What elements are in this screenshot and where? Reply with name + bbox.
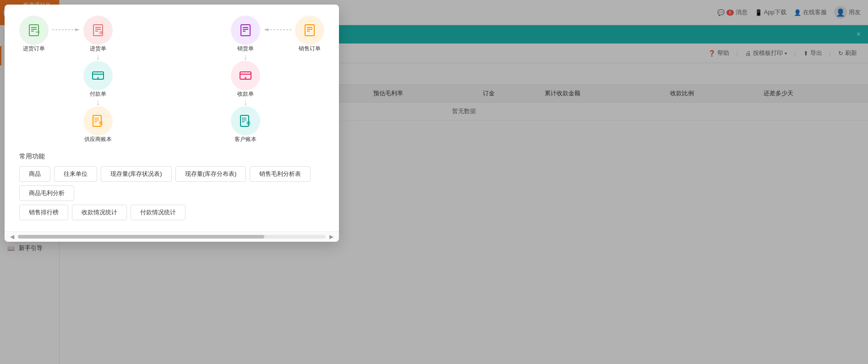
popup-scrollbar: ◀ ▶ bbox=[60, 231, 339, 242]
payment-circle[interactable]: ¥ bbox=[83, 61, 113, 90]
func-btn-receipt-stat[interactable]: 收款情况统计 bbox=[72, 205, 127, 220]
receipt-circle[interactable]: ¥ bbox=[231, 61, 260, 90]
svg-text:¥: ¥ bbox=[245, 76, 247, 80]
sale-bill-label: 销货单 bbox=[237, 45, 254, 53]
func-btn-stock-dist[interactable]: 现存量(库存分布表) bbox=[175, 166, 246, 182]
func-btn-sale-rank[interactable]: 销售排行榜 bbox=[60, 205, 68, 220]
supplier-account-circle[interactable]: 账 bbox=[83, 106, 113, 136]
flow-payment: ¥ 付款单 bbox=[83, 61, 113, 98]
func-btn-partner[interactable]: 往来单位 bbox=[60, 166, 97, 182]
scrollbar-thumb bbox=[60, 235, 264, 239]
flow-purchase-bill: 入 进货单 bbox=[83, 43, 113, 53]
payment-label: 付款单 bbox=[90, 90, 106, 98]
flow-sale-bill: 销货单 bbox=[231, 43, 260, 53]
func-btn-stock-status[interactable]: 现存量(库存状况表) bbox=[101, 166, 172, 182]
content-main: ❓ 帮助 | 🖨 按模板打印 ▾ | ⬆ 导出 | ↻ 刷新 bbox=[60, 43, 868, 364]
sale-order-label: 销售订单 bbox=[299, 45, 321, 53]
flow-customer-account: 账 客户账本 bbox=[231, 106, 260, 143]
customer-account-label: 客户账本 bbox=[235, 136, 257, 143]
common-functions-section: 常用功能 商品 往来单位 现存量(库存状况表) 现存量(库存分布表) 销售毛利分… bbox=[60, 152, 324, 220]
supplier-account-label: 供应商账本 bbox=[84, 136, 112, 143]
flow-sale-order: 销售订单 bbox=[295, 43, 324, 53]
customer-account-circle[interactable]: 账 bbox=[231, 106, 260, 136]
flow-receipt: ¥ 收款单 bbox=[231, 61, 260, 98]
svg-text:¥: ¥ bbox=[97, 76, 99, 80]
svg-text:账: 账 bbox=[247, 121, 250, 125]
func-btn-goods-profit[interactable]: 商品毛利分析 bbox=[60, 185, 74, 201]
func-btn-payment-stat[interactable]: 付款情况统计 bbox=[131, 205, 186, 220]
func-btn-sale-profit[interactable]: 销售毛利分析表 bbox=[250, 166, 311, 182]
svg-text:账: 账 bbox=[99, 121, 103, 125]
scroll-right-btn[interactable]: ▶ bbox=[328, 234, 335, 240]
popup-overlay: 进货订单 入 bbox=[60, 43, 868, 364]
flow-popup: 进货订单 入 bbox=[60, 43, 339, 242]
common-functions-title: 常用功能 bbox=[60, 152, 324, 161]
popup-inner: 进货订单 入 bbox=[60, 43, 339, 231]
function-buttons-group: 商品 往来单位 现存量(库存状况表) 现存量(库存分布表) 销售毛利分析表 商品… bbox=[60, 166, 324, 201]
function-buttons-group-2: 销售排行榜 收款情况统计 付款情况统计 bbox=[60, 205, 324, 220]
purchase-bill-label: 进货单 bbox=[90, 45, 106, 53]
flow-supplier-account: 账 供应商账本 bbox=[83, 106, 113, 143]
receipt-label: 收款单 bbox=[237, 90, 254, 98]
main-area: 装备及固定资产辅助管理系统 ▾ ⚙ 体验行业方案 💬 6 消息 📱 App下载 bbox=[60, 0, 868, 364]
scrollbar-track[interactable] bbox=[60, 235, 326, 239]
